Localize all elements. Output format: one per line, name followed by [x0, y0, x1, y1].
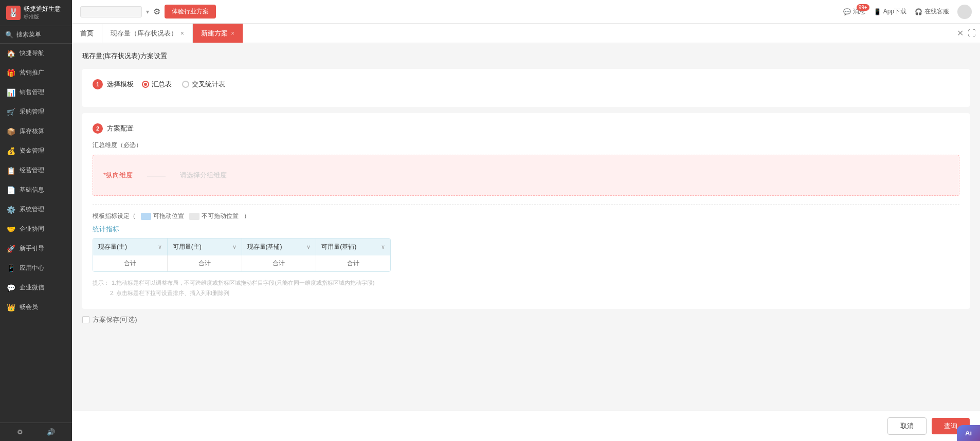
draggable-legend: 可拖动位置 — [141, 212, 184, 220]
sidebar-item-quick-nav[interactable]: 🏠 快捷导航 — [0, 44, 72, 63]
sidebar-bottom: ⚙ 🔊 — [0, 422, 72, 441]
purchase-icon: 🛒 — [6, 107, 15, 117]
operations-icon: 📋 — [6, 166, 15, 175]
message-item[interactable]: 💬 消息 99+ — [843, 7, 865, 16]
tab-inventory-label: 现存量（库存状况表） — [111, 29, 177, 38]
group-dimension-placeholder: 请选择分组维度 — [180, 171, 227, 180]
topbar: ▾ ⚙ 体验行业方案 💬 消息 99+ 📱 App下载 🎧 在线客服 — [72, 0, 980, 24]
stats-col-label-1: 现存量(主) — [98, 243, 127, 251]
enterprise-icon: 🤝 — [6, 225, 15, 234]
topbar-left: ▾ ⚙ 体验行业方案 — [80, 5, 837, 19]
tabs-bar: 首页 现存量（库存状况表） × 新建方案 × ✕ ⛶ — [72, 24, 980, 43]
sidebar-item-label: 营销推广 — [20, 68, 44, 77]
sidebar-item-operations[interactable]: 📋 经营管理 — [0, 161, 72, 180]
topbar-right: 💬 消息 99+ 📱 App下载 🎧 在线客服 — [843, 5, 972, 19]
vertical-dimension-label: *纵向维度 — [103, 171, 133, 180]
sidebar-item-label: 采购管理 — [20, 107, 44, 116]
online-service-item[interactable]: 🎧 在线客服 — [915, 7, 949, 16]
step1-header: 1 选择模板 汇总表 交叉统计表 — [93, 79, 959, 89]
tab-new-scheme-label: 新建方案 — [201, 29, 228, 38]
marketing-icon: 🎁 — [6, 68, 15, 78]
stats-col-header-2[interactable]: 可用量(主) ∨ — [168, 238, 242, 255]
stats-body-col-4: 合计 — [316, 255, 390, 271]
logo-icon: 🐰 — [6, 6, 21, 20]
sidebar-item-marketing[interactable]: 🎁 营销推广 — [0, 63, 72, 83]
online-service-label: 在线客服 — [924, 7, 949, 16]
user-avatar[interactable] — [957, 5, 972, 19]
tab-home[interactable]: 首页 — [72, 24, 102, 43]
tab-new-scheme[interactable]: 新建方案 × — [193, 24, 243, 43]
search-menu[interactable]: 🔍 搜索菜单 — [0, 26, 72, 44]
guide-icon: 🚀 — [6, 244, 15, 253]
online-service-icon: 🎧 — [915, 8, 922, 15]
sidebar-item-label: 企业微信 — [20, 283, 44, 292]
sidebar-item-label: 销售管理 — [20, 88, 44, 97]
tab-inventory[interactable]: 现存量（库存状况表） × — [102, 24, 193, 43]
topbar-gear-icon[interactable]: ⚙ — [153, 7, 160, 16]
save-checkbox[interactable] — [82, 316, 89, 323]
stats-body-col-2: 合计 — [168, 255, 242, 271]
tabs-close-all-icon[interactable]: ✕ — [957, 28, 964, 38]
sidebar-item-label: 资金管理 — [20, 146, 44, 155]
stats-table-header: 现存量(主) ∨ 可用量(主) ∨ 现存量(基辅) ∨ 可用量(基辅) ∨ — [93, 238, 390, 255]
topbar-search-input[interactable] — [80, 6, 142, 17]
save-checkbox-row: 方案保存(可选) — [82, 315, 970, 324]
audio-icon[interactable]: 🔊 — [47, 428, 55, 436]
sidebar-item-guide[interactable]: 🚀 新手引导 — [0, 239, 72, 259]
finance-icon: 💰 — [6, 146, 15, 156]
stats-col-header-3[interactable]: 现存量(基辅) ∨ — [242, 238, 317, 255]
non-draggable-legend: 不可拖动位置 — [189, 212, 239, 220]
tab-home-label: 首页 — [80, 29, 94, 38]
radio-cross-label: 交叉统计表 — [192, 80, 225, 89]
sidebar-item-system[interactable]: ⚙️ 系统管理 — [0, 200, 72, 219]
app-download-item[interactable]: 📱 App下载 — [874, 7, 906, 16]
tip-1-text: 1.拖动标题栏可以调整布局，不可跨维度或指标区域拖动栏目字段(只能在同一维度或指… — [112, 278, 375, 288]
stats-table-body: 合计 合计 合计 合计 — [93, 255, 390, 271]
sidebar-item-sales[interactable]: 📊 销售管理 — [0, 83, 72, 102]
indicator-setting-row: 模板指标设定（ 可拖动位置 不可拖动位置 ） — [93, 212, 959, 220]
search-icon: 🔍 — [5, 31, 13, 39]
stats-col-header-1[interactable]: 现存量(主) ∨ — [93, 238, 168, 255]
non-draggable-legend-label: 不可拖动位置 — [202, 212, 239, 220]
radio-summary[interactable]: 汇总表 — [142, 80, 172, 89]
non-draggable-box — [189, 213, 199, 220]
stats-body-col-3: 合计 — [242, 255, 317, 271]
inventory-icon: 📦 — [6, 127, 15, 136]
save-label: 方案保存(可选) — [93, 315, 137, 324]
tabs-expand-icon[interactable]: ⛶ — [968, 29, 976, 38]
app-download-icon: 📱 — [874, 8, 881, 15]
divider — [93, 204, 959, 205]
radio-cross-circle — [182, 81, 189, 88]
sidebar-item-label: 应用中心 — [20, 264, 44, 272]
stats-col-header-4[interactable]: 可用量(基辅) ∨ — [316, 238, 390, 255]
industry-btn[interactable]: 体验行业方案 — [165, 5, 216, 19]
sidebar-item-purchase[interactable]: 🛒 采购管理 — [0, 102, 72, 122]
logo-rabbit: 🐰 — [8, 8, 19, 17]
sidebar-item-finance[interactable]: 💰 资金管理 — [0, 141, 72, 161]
sidebar-item-app-center[interactable]: 📱 应用中心 — [0, 259, 72, 278]
sales-icon: 📊 — [6, 88, 15, 97]
dimension-config-area[interactable]: *纵向维度 —— 请选择分组维度 — [93, 155, 959, 196]
tab-new-scheme-close-icon[interactable]: × — [231, 30, 234, 37]
sidebar-item-label: 企业协同 — [20, 225, 44, 233]
sidebar-item-member[interactable]: 👑 畅会员 — [0, 298, 72, 317]
app-name: 畅捷通好生意 — [24, 5, 61, 13]
basic-info-icon: 📄 — [6, 186, 15, 195]
cancel-button[interactable]: 取消 — [887, 417, 927, 435]
ai-float-button[interactable]: Ai — [957, 425, 980, 441]
tabs-end: ✕ ⛶ — [957, 28, 980, 38]
sidebar-item-inventory[interactable]: 📦 库存核算 — [0, 122, 72, 141]
main-area: ▾ ⚙ 体验行业方案 💬 消息 99+ 📱 App下载 🎧 在线客服 首页 — [72, 0, 980, 441]
settings-icon[interactable]: ⚙ — [17, 428, 23, 436]
tab-inventory-close-icon[interactable]: × — [180, 30, 184, 37]
app-logo: 🐰 畅捷通好生意 标准版 — [0, 0, 72, 26]
step1-badge: 1 — [93, 79, 103, 89]
step1-title: 选择模板 — [107, 80, 134, 89]
app-version: 标准版 — [24, 13, 61, 21]
radio-cross[interactable]: 交叉统计表 — [182, 80, 225, 89]
member-icon: 👑 — [6, 303, 15, 312]
sidebar-item-enterprise[interactable]: 🤝 企业协同 — [0, 219, 72, 239]
sidebar-item-wechat[interactable]: 💬 企业微信 — [0, 278, 72, 298]
step2-badge: 2 — [93, 123, 103, 134]
sidebar-item-basic-info[interactable]: 📄 基础信息 — [0, 180, 72, 200]
